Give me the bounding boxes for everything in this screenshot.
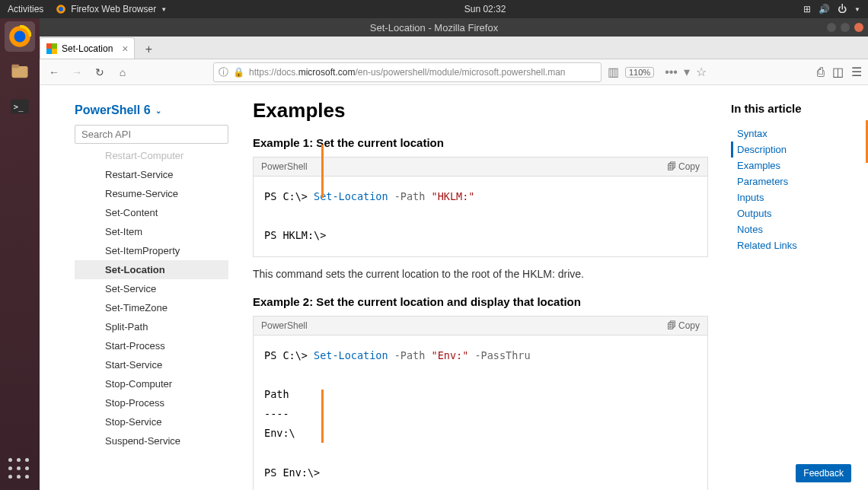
copy-button[interactable]: 🗐 Copy bbox=[667, 161, 700, 172]
browser-navbar: ← → ↻ ⌂ ⓘ 🔒 https://docs.microsoft.com/e… bbox=[40, 59, 868, 85]
code-lang: PowerShell bbox=[261, 320, 308, 331]
forward-button[interactable]: → bbox=[69, 64, 85, 81]
clock[interactable]: Sun 02:32 bbox=[167, 4, 803, 14]
toc-link-parameters[interactable]: Parameters bbox=[737, 176, 788, 187]
nav-item-set-timezone[interactable]: Set-TimeZone bbox=[75, 298, 228, 317]
reader-mode-icon[interactable]: ▥ bbox=[608, 65, 619, 79]
svg-text:>_: >_ bbox=[14, 102, 24, 112]
example2-title: Example 2: Set the current location and … bbox=[253, 295, 708, 308]
nav-item-stop-process[interactable]: Stop-Process bbox=[75, 393, 228, 412]
toc-link-description[interactable]: Description bbox=[737, 144, 787, 155]
nav-item-set-item[interactable]: Set-Item bbox=[75, 222, 228, 241]
nav-item-set-service[interactable]: Set-Service bbox=[75, 279, 228, 298]
close-tab-icon[interactable]: × bbox=[122, 43, 128, 55]
close-button[interactable] bbox=[854, 23, 863, 32]
dock-files[interactable] bbox=[5, 56, 35, 87]
nav-item-split-path[interactable]: Split-Path bbox=[75, 317, 228, 336]
url-suffix: /en-us/powershell/module/microsoft.power… bbox=[355, 67, 565, 78]
page-content: PowerShell 6 ⌄ Restart-ComputerRestart-S… bbox=[40, 85, 868, 490]
bookmark-icon[interactable]: ☆ bbox=[696, 65, 707, 79]
power-icon[interactable]: ⏻ bbox=[838, 4, 847, 14]
browser-tab[interactable]: Set-Location × bbox=[40, 37, 135, 59]
feedback-button[interactable]: Feedback bbox=[796, 464, 851, 482]
example1-desc: This command sets the current location t… bbox=[253, 268, 708, 280]
toc-link-related-links[interactable]: Related Links bbox=[737, 240, 797, 251]
ms-favicon bbox=[46, 43, 57, 54]
svg-point-1 bbox=[59, 7, 63, 11]
toc-title: In this article bbox=[731, 102, 860, 115]
ubuntu-dock: >_ bbox=[0, 18, 40, 490]
dock-firefox[interactable] bbox=[5, 21, 35, 52]
toc-link-inputs[interactable]: Inputs bbox=[737, 192, 764, 203]
toc-link-outputs[interactable]: Outputs bbox=[737, 208, 772, 219]
minimize-button[interactable] bbox=[827, 23, 836, 32]
os-top-bar: Activities Firefox Web Browser ▼ Sun 02:… bbox=[0, 0, 868, 18]
back-button[interactable]: ← bbox=[46, 64, 62, 81]
nav-item-restart-service[interactable]: Restart-Service bbox=[75, 165, 228, 184]
window-titlebar: Set-Location - Mozilla Firefox bbox=[0, 18, 868, 37]
chevron-down-icon: ▼ bbox=[854, 6, 860, 13]
nav-item-resume-service[interactable]: Resume-Service bbox=[75, 184, 228, 203]
window-title: Set-Location - Mozilla Firefox bbox=[370, 22, 498, 33]
api-nav-list: Restart-ComputerRestart-ServiceResume-Se… bbox=[75, 150, 228, 450]
terminal-icon: >_ bbox=[9, 96, 30, 117]
toc-link-syntax[interactable]: Syntax bbox=[737, 128, 767, 139]
url-bar[interactable]: ⓘ 🔒 https://docs.microsoft.com/en-us/pow… bbox=[213, 62, 602, 82]
code-lang: PowerShell bbox=[261, 161, 308, 172]
nav-item-stop-service[interactable]: Stop-Service bbox=[75, 412, 228, 431]
zoom-badge[interactable]: 110% bbox=[625, 67, 654, 78]
toc-link-notes[interactable]: Notes bbox=[737, 224, 763, 235]
url-prefix: https://docs. bbox=[249, 67, 298, 78]
tracking-icon[interactable]: ▾ bbox=[684, 65, 690, 79]
copy-button[interactable]: 🗐 Copy bbox=[667, 320, 700, 331]
maximize-button[interactable] bbox=[841, 23, 850, 32]
search-input[interactable] bbox=[75, 125, 228, 144]
toc-link-examples[interactable]: Examples bbox=[737, 160, 780, 171]
chevron-down-icon: ⌄ bbox=[155, 107, 161, 115]
tab-strip: Set-Location × + bbox=[40, 37, 868, 59]
article-body: Examples Example 1: Set the current loca… bbox=[238, 85, 723, 490]
url-domain: microsoft.com bbox=[298, 67, 356, 78]
nav-item-start-process[interactable]: Start-Process bbox=[75, 336, 228, 355]
files-icon bbox=[9, 61, 30, 82]
chevron-down-icon: ▼ bbox=[161, 6, 167, 13]
home-button[interactable]: ⌂ bbox=[114, 64, 131, 81]
api-sidebar: PowerShell 6 ⌄ Restart-ComputerRestart-S… bbox=[40, 85, 238, 490]
library-icon[interactable]: ⎙ bbox=[817, 65, 825, 79]
nav-item-stop-computer[interactable]: Stop-Computer bbox=[75, 374, 228, 393]
firefox-icon bbox=[56, 4, 66, 14]
page-actions[interactable]: ••• bbox=[665, 65, 678, 79]
toc-list: SyntaxDescriptionExamplesParametersInput… bbox=[731, 126, 860, 253]
sidebar-icon[interactable]: ◫ bbox=[832, 65, 844, 79]
new-tab-button[interactable]: + bbox=[139, 40, 158, 59]
selection-marker bbox=[321, 145, 324, 198]
in-this-article: In this article SyntaxDescriptionExample… bbox=[723, 85, 868, 490]
show-applications[interactable] bbox=[8, 458, 31, 481]
section-heading: Examples bbox=[253, 99, 708, 123]
nav-item-start-service[interactable]: Start-Service bbox=[75, 355, 228, 374]
dock-terminal[interactable]: >_ bbox=[5, 91, 35, 122]
firefox-icon bbox=[8, 25, 31, 48]
app-menu[interactable]: Firefox Web Browser ▼ bbox=[56, 4, 167, 14]
svg-point-3 bbox=[14, 31, 26, 43]
lock-icon: 🔒 bbox=[233, 67, 244, 78]
activities-button[interactable]: Activities bbox=[8, 4, 43, 14]
nav-item-set-itemproperty[interactable]: Set-ItemProperty bbox=[75, 241, 228, 260]
tab-title: Set-Location bbox=[62, 43, 113, 54]
reload-button[interactable]: ↻ bbox=[91, 64, 108, 81]
version-selector[interactable]: PowerShell 6 ⌄ bbox=[75, 103, 228, 117]
network-icon[interactable]: ⊞ bbox=[803, 4, 811, 14]
nav-item-set-location[interactable]: Set-Location bbox=[75, 260, 228, 279]
selection-marker bbox=[321, 390, 324, 443]
menu-icon[interactable]: ☰ bbox=[851, 65, 862, 79]
info-icon[interactable]: ⓘ bbox=[219, 65, 228, 79]
svg-rect-5 bbox=[12, 65, 19, 68]
nav-item-restart-computer[interactable]: Restart-Computer bbox=[75, 150, 228, 165]
volume-icon[interactable]: 🔊 bbox=[819, 4, 830, 14]
nav-item-suspend-service[interactable]: Suspend-Service bbox=[75, 431, 228, 450]
nav-item-set-content[interactable]: Set-Content bbox=[75, 203, 228, 222]
